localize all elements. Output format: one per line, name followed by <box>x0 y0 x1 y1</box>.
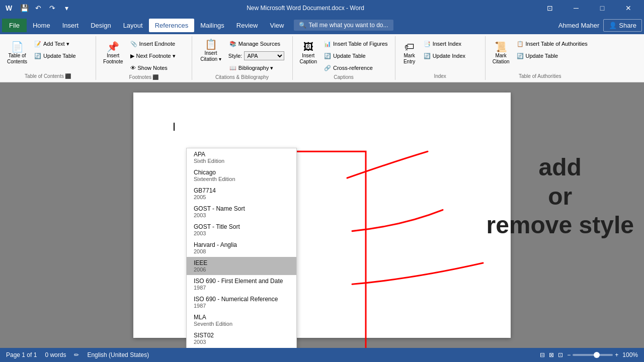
insert-index-icon: 📑 <box>424 41 431 47</box>
update-index-icon: 🔄 <box>424 53 431 59</box>
language: English (United States) <box>87 351 149 358</box>
save-btn[interactable]: 💾 <box>18 2 30 14</box>
style-gost-name[interactable]: GOST - Name Sort 2003 <box>187 203 296 221</box>
menu-file[interactable]: File <box>2 19 27 32</box>
cross-reference-btn[interactable]: 🔗 Cross-reference <box>321 62 391 73</box>
minimize-btn[interactable]: ─ <box>565 0 588 16</box>
insert-citation-label: InsertCitation ▾ <box>200 50 221 62</box>
insert-tof-icon: 📊 <box>324 41 331 47</box>
footnotes-group-label: Footnotes ⬛ <box>100 73 187 81</box>
show-notes-btn[interactable]: 👁 Show Notes <box>127 62 188 73</box>
add-text-btn[interactable]: 📝 Add Text ▾ <box>31 38 92 49</box>
document-title: New Microsoft Word Document.docx - Word <box>72 5 538 12</box>
update-table-toc-label: Update Table <box>43 53 76 59</box>
quick-access-toolbar: 💾 ↶ ↷ ▾ <box>18 2 72 14</box>
update-table-toc-btn[interactable]: 🔄 Update Table <box>31 50 92 61</box>
toc-expand-icon[interactable]: ⬛ <box>65 73 71 79</box>
word-icon: W <box>4 3 14 13</box>
insert-endnote-btn[interactable]: 📎 Insert Endnote <box>127 38 188 49</box>
style-sist02[interactable]: SIST02 2003 <box>187 329 296 347</box>
update-index-btn[interactable]: 🔄 Update Index <box>421 50 481 61</box>
menu-references[interactable]: References <box>149 19 194 32</box>
next-footnote-btn[interactable]: ▶ Next Footnote ▾ <box>127 50 188 61</box>
zoom-out-btn[interactable]: − <box>567 351 571 358</box>
style-label: Style: <box>228 53 243 59</box>
title-bar-left: W 💾 ↶ ↷ ▾ <box>4 2 72 14</box>
insert-caption-btn[interactable]: 🖼 InsertCaption <box>297 38 320 68</box>
document-area: add or remove style APA Sixth Edition Ch… <box>0 82 644 348</box>
update-table-cap-btn[interactable]: 🔄 Update Table <box>321 50 391 61</box>
web-layout-icon[interactable]: ⊠ <box>549 351 554 358</box>
style-ieee[interactable]: IEEE 2006 <box>187 257 296 275</box>
menu-mailings[interactable]: Mailings <box>194 19 230 32</box>
menu-design[interactable]: Design <box>85 19 117 32</box>
mark-entry-label: MarkEntry <box>404 53 415 65</box>
undo-btn[interactable]: ↶ <box>32 2 44 14</box>
mark-citation-label: MarkCitation <box>493 53 510 65</box>
ribbon-group-toc: 📄 Table ofContents 📝 Add Text ▾ 🔄 Update… <box>0 36 96 80</box>
insert-citation-btn[interactable]: 📋 InsertCitation ▾ <box>197 38 224 63</box>
mark-citation-icon: 📜 <box>495 42 507 52</box>
style-dropdown[interactable]: APA Chicago IEEE MLA <box>244 51 284 60</box>
manage-sources-label: Manage Sources <box>238 41 280 47</box>
style-gost-title[interactable]: GOST - Title Sort 2003 <box>187 221 296 239</box>
view-btn[interactable]: ⊡ <box>538 0 561 16</box>
bibliography-btn[interactable]: 📖 Bibliography ▾ <box>226 62 287 73</box>
index-content: 🏷 MarkEntry 📑 Insert Index 🔄 Update Inde… <box>399 36 481 72</box>
insert-endnote-icon: 📎 <box>130 41 137 47</box>
insert-tof-btn[interactable]: 📊 Insert Table of Figures <box>321 38 391 49</box>
redo-btn[interactable]: ↷ <box>46 2 58 14</box>
style-apa[interactable]: APA Sixth Edition <box>187 148 296 166</box>
update-table-auth-btn[interactable]: 🔄 Update Table <box>514 50 591 61</box>
style-iso690-date[interactable]: ISO 690 - First Element and Date 1987 <box>187 275 296 293</box>
print-layout-icon[interactable]: ⊟ <box>540 351 545 358</box>
menu-bar-right: Ahmed Maher 👤 Share <box>558 19 642 32</box>
insert-footnote-btn[interactable]: 📌 InsertFootnote <box>100 38 126 68</box>
insert-citation-icon: 📋 <box>205 39 217 49</box>
tell-me-box[interactable]: 🔍 Tell me what you want to do... <box>294 20 393 31</box>
insert-index-label: Insert Index <box>433 41 461 47</box>
customize-btn[interactable]: ▾ <box>60 2 72 14</box>
status-bar: Page 1 of 1 0 words ✏ English (United St… <box>0 348 644 362</box>
insert-caption-icon: 🖼 <box>303 42 313 52</box>
style-iso690-num[interactable]: ISO 690 - Numerical Reference 1987 <box>187 293 296 311</box>
index-group-label: Index <box>399 72 481 80</box>
outline-icon[interactable]: ⊡ <box>558 351 563 358</box>
menu-home[interactable]: Home <box>27 19 56 32</box>
toc-label: Table ofContents <box>7 53 27 65</box>
window-controls: ⊡ ─ □ ✕ <box>538 0 640 16</box>
update-table-cap-icon: 🔄 <box>324 53 331 59</box>
style-dropdown-menu: APA Sixth Edition Chicago Sixteenth Edit… <box>186 148 297 348</box>
close-btn[interactable]: ✕ <box>617 0 640 16</box>
update-table-cap-label: Update Table <box>333 53 366 59</box>
authorities-group-label: Table of Authorities <box>490 72 591 80</box>
menu-review[interactable]: Review <box>230 19 264 32</box>
menu-insert[interactable]: Insert <box>56 19 85 32</box>
update-index-label: Update Index <box>433 53 465 59</box>
auth-small-btns: 📋 Insert Table of Authorities 🔄 Update T… <box>514 38 591 61</box>
style-gb7714[interactable]: GB7714 2005 <box>187 185 296 203</box>
style-turabian[interactable]: Turabian Sixth Edition <box>187 347 296 348</box>
captions-small-btns: 📊 Insert Table of Figures 🔄 Update Table… <box>321 38 391 73</box>
table-of-contents-btn[interactable]: 📄 Table ofContents <box>4 38 30 68</box>
menu-layout[interactable]: Layout <box>117 19 149 32</box>
bibliography-label: Bibliography ▾ <box>238 65 274 71</box>
zoom-slider[interactable] <box>573 354 613 356</box>
style-mla[interactable]: MLA Seventh Edition <box>187 311 296 329</box>
style-chicago[interactable]: Chicago Sixteenth Edition <box>187 166 296 185</box>
zoom-in-btn[interactable]: + <box>615 351 618 358</box>
maximize-btn[interactable]: □ <box>591 0 614 16</box>
manage-sources-btn[interactable]: 📚 Manage Sources <box>226 38 287 49</box>
insert-toa-btn[interactable]: 📋 Insert Table of Authorities <box>514 38 591 49</box>
style-harvard[interactable]: Harvard - Anglia 2008 <box>187 239 296 257</box>
menu-view[interactable]: View <box>264 19 290 32</box>
share-button[interactable]: 👤 Share <box>603 19 642 32</box>
insert-endnote-label: Insert Endnote <box>139 41 176 47</box>
share-icon: 👤 <box>609 22 617 29</box>
footnotes-expand-icon[interactable]: ⬛ <box>152 74 158 80</box>
mark-citation-btn[interactable]: 📜 MarkCitation <box>490 38 513 68</box>
insert-index-btn[interactable]: 📑 Insert Index <box>421 38 481 49</box>
next-footnote-label: Next Footnote ▾ <box>136 53 176 59</box>
mark-entry-btn[interactable]: 🏷 MarkEntry <box>399 38 420 68</box>
cross-reference-icon: 🔗 <box>324 65 331 71</box>
